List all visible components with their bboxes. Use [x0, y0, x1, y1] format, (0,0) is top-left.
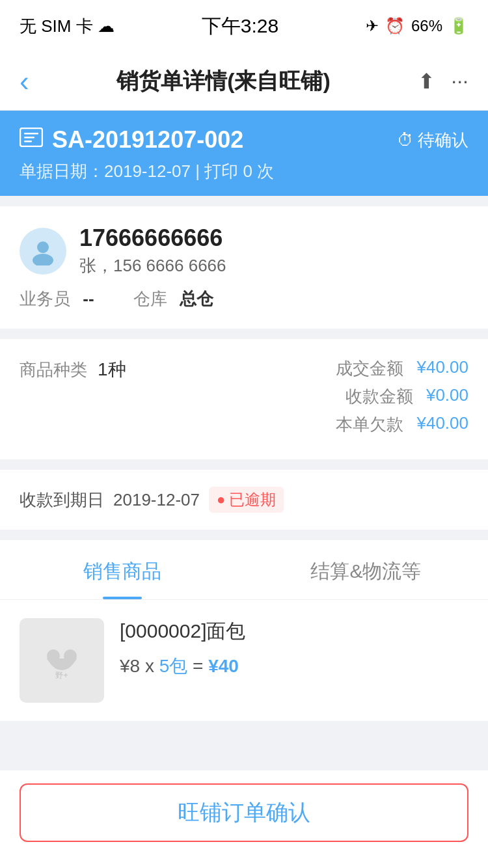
status-time: 下午3:28: [202, 13, 278, 40]
due-date: 2019-12-07: [113, 490, 200, 510]
location-icon: ✈: [366, 17, 379, 35]
amount-label-2: 本单欠款: [336, 413, 403, 436]
summary-amounts: 成交金额 ¥40.00 收款金额 ¥0.00 本单欠款 ¥40.00: [336, 357, 468, 441]
battery-icon: 🔋: [449, 17, 468, 35]
amount-value-2: ¥40.00: [416, 413, 468, 436]
svg-rect-1: [24, 133, 38, 135]
overdue-icon: ●: [217, 491, 225, 508]
confirm-button[interactable]: 旺铺订单确认: [20, 783, 468, 842]
nav-actions: ⬆ ···: [418, 69, 468, 94]
product-name: [0000002]面包: [120, 618, 468, 645]
status-bar: 无 SIM 卡 ☁ 下午3:28 ✈ ⏰ 66% 🔋: [0, 0, 488, 52]
svg-rect-2: [24, 137, 34, 139]
product-item: 野+ [0000002]面包 ¥8 x 5包 = ¥40: [0, 600, 488, 721]
sales-value: --: [83, 289, 94, 308]
product-qty: 5包: [159, 656, 188, 676]
customer-contact: 张，156 6666 6666: [79, 254, 226, 277]
order-status: ⏱ 待确认: [397, 129, 468, 152]
svg-point-5: [33, 254, 53, 265]
status-left: 无 SIM 卡 ☁: [20, 15, 115, 38]
svg-text:野+: 野+: [55, 671, 68, 680]
more-icon[interactable]: ···: [451, 69, 468, 93]
product-total: ¥40: [208, 656, 239, 676]
warehouse-value: 总仓: [180, 289, 213, 308]
warehouse-label: 仓库: [133, 289, 167, 308]
order-meta: 单据日期：2019-12-07 | 打印 0 次: [20, 160, 468, 183]
sales-label: 业务员: [20, 289, 70, 308]
amount-value-1: ¥0.00: [426, 385, 468, 408]
confirm-bar: 旺铺订单确认: [0, 770, 488, 868]
customer-phone: 17666666666: [79, 224, 226, 252]
product-thumbnail: 野+: [20, 618, 104, 703]
tabs: 销售商品 结算&物流等: [0, 540, 488, 600]
due-date-row: 收款到期日 2019-12-07 ● 已逾期: [0, 470, 488, 530]
product-details: [0000002]面包 ¥8 x 5包 = ¥40: [120, 618, 468, 679]
summary-card: 商品种类 1种 成交金额 ¥40.00 收款金额 ¥0.00 本单欠款 ¥40.…: [0, 339, 488, 459]
sim-indicator: 无 SIM 卡 ☁: [20, 15, 115, 38]
customer-card: 17666666666 张，156 6666 6666 业务员 -- 仓库 总仓: [0, 206, 488, 329]
customer-meta: 业务员 -- 仓库 总仓: [20, 288, 468, 310]
order-banner: SA-20191207-002 ⏱ 待确认 单据日期：2019-12-07 | …: [0, 111, 488, 196]
product-type-value: 1种: [98, 357, 126, 382]
avatar: [20, 228, 66, 275]
due-label: 收款到期日: [20, 489, 104, 511]
nav-bar: ‹ 销货单详情(来自旺铺) ⬆ ···: [0, 52, 488, 111]
overdue-badge: ● 已逾期: [209, 487, 284, 513]
status-right: ✈ ⏰ 66% 🔋: [366, 17, 468, 35]
svg-point-4: [37, 241, 49, 253]
amount-label-1: 收款金额: [346, 385, 413, 408]
clock-icon: ⏱: [397, 130, 414, 150]
amount-value-0: ¥40.00: [416, 357, 468, 380]
order-id: SA-20191207-002: [20, 126, 243, 154]
product-type-label: 商品种类: [20, 359, 87, 381]
back-button[interactable]: ‹: [20, 65, 29, 98]
share-icon[interactable]: ⬆: [418, 69, 435, 94]
tab-settlement[interactable]: 结算&物流等: [244, 540, 488, 599]
tab-products[interactable]: 销售商品: [0, 540, 244, 599]
amount-label-0: 成交金额: [336, 357, 403, 380]
equals-text: =: [187, 656, 208, 676]
page-title: 销货单详情(来自旺铺): [116, 66, 331, 96]
alarm-icon: ⏰: [385, 17, 405, 35]
order-icon: [20, 128, 43, 152]
svg-rect-3: [24, 141, 32, 142]
battery-level: 66%: [411, 17, 442, 35]
product-price: ¥8 x 5包 = ¥40: [120, 654, 468, 679]
price-text: ¥8 x: [120, 656, 159, 676]
